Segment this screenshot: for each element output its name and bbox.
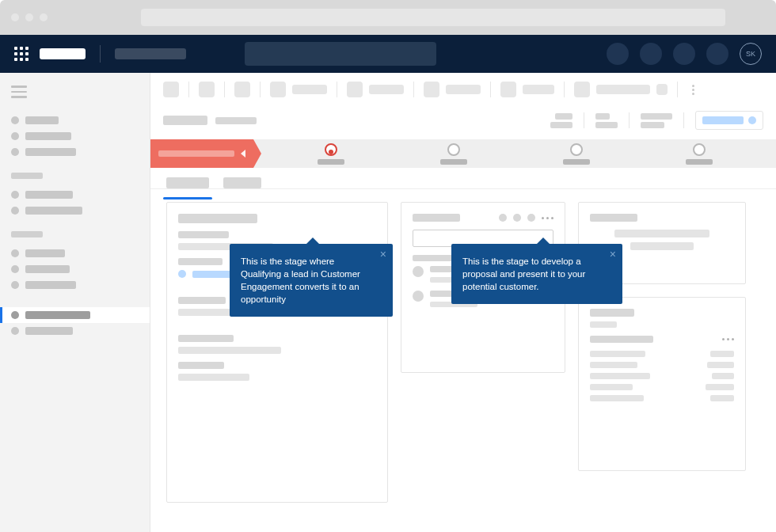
overflow-icon[interactable] [722, 338, 734, 340]
section-label [590, 336, 653, 343]
related-row[interactable] [590, 362, 734, 368]
toolbar-button[interactable] [347, 82, 363, 97]
field-value [178, 374, 249, 381]
sidebar-item-label [25, 116, 59, 124]
toolbar-button[interactable] [234, 82, 250, 97]
divider [413, 82, 414, 97]
field-label [178, 297, 226, 304]
sidebar-item-label [25, 311, 90, 319]
nav-action[interactable] [706, 43, 728, 65]
toolbar-button-label [369, 85, 404, 94]
sidebar-item-icon [11, 281, 19, 289]
toolbar-button[interactable] [424, 82, 439, 97]
sidebar-item-selected[interactable] [0, 307, 150, 323]
stage-label [318, 159, 344, 165]
related-row[interactable] [590, 384, 734, 390]
sidebar-item[interactable] [0, 112, 150, 128]
related-card [578, 297, 746, 471]
sidebar-item[interactable] [0, 128, 150, 144]
stage-current[interactable] [150, 139, 253, 168]
nav-action[interactable] [673, 43, 695, 65]
nav-area-label[interactable] [115, 48, 186, 59]
sidebar-item[interactable] [0, 277, 150, 293]
divider [629, 112, 630, 128]
field-value [178, 347, 281, 354]
related-row[interactable] [590, 373, 734, 379]
url-bar[interactable] [141, 9, 725, 26]
card-header [413, 214, 553, 222]
sidebar-item-icon [11, 132, 19, 140]
record-header [150, 106, 776, 135]
stage-step[interactable] [318, 143, 344, 165]
tab-row [150, 168, 776, 189]
sidebar-item[interactable] [0, 203, 150, 218]
close-icon[interactable]: × [610, 249, 616, 260]
divider [490, 82, 491, 97]
sidebar-item[interactable] [0, 261, 150, 277]
app-logo[interactable] [40, 48, 86, 59]
tab[interactable] [223, 177, 261, 188]
stage-current-label [158, 150, 234, 157]
card-text [630, 242, 694, 250]
card-action-icon[interactable] [499, 214, 507, 222]
timeline-item-icon [413, 291, 424, 302]
sidebar-item-label [25, 281, 76, 289]
stage-label [440, 159, 467, 165]
sidebar-item-label [25, 132, 71, 140]
sidebar-item[interactable] [0, 323, 150, 339]
close-icon[interactable]: × [380, 249, 386, 260]
card-heading [590, 309, 634, 317]
related-label [590, 373, 650, 379]
stage-step[interactable] [686, 143, 713, 165]
sidebar-item[interactable] [0, 144, 150, 160]
stage-step[interactable] [440, 143, 467, 165]
card-sub [590, 321, 617, 328]
sidebar-item[interactable] [0, 187, 150, 203]
nav-action[interactable] [607, 43, 629, 65]
toolbar-button[interactable] [199, 82, 215, 97]
top-navbar: SK [0, 35, 776, 73]
user-avatar[interactable]: SK [740, 43, 762, 65]
related-row[interactable] [590, 351, 734, 357]
nav-action[interactable] [640, 43, 662, 65]
toolbar-button[interactable] [270, 82, 286, 97]
card-action-icon[interactable] [527, 214, 535, 222]
related-row[interactable] [590, 395, 734, 401]
divider [224, 82, 225, 97]
header-action-button[interactable] [695, 111, 763, 130]
hamburger-icon[interactable] [11, 86, 27, 97]
sidebar-item-label [25, 265, 70, 273]
card-heading [413, 214, 460, 222]
divider [564, 82, 565, 97]
sidebar-section-header [11, 231, 43, 238]
stage-ring-icon [325, 143, 337, 156]
stage-ring-icon [447, 143, 460, 156]
related-label [590, 351, 645, 357]
toolbar-button[interactable] [163, 82, 179, 97]
related-value [710, 351, 734, 357]
window-dot [25, 13, 33, 21]
tab[interactable] [166, 177, 209, 188]
link-icon [178, 270, 186, 278]
global-search-input[interactable] [245, 42, 436, 66]
divider [337, 82, 337, 97]
stage-step[interactable] [563, 143, 590, 165]
record-toolbar [150, 73, 776, 106]
toolbar-button[interactable] [574, 82, 590, 97]
sidebar-item[interactable] [0, 245, 150, 261]
divider [584, 112, 584, 128]
timeline-item-icon [413, 266, 424, 277]
sidebar-item-label [25, 249, 65, 257]
sidebar-item-label [25, 148, 76, 156]
card-action-icon[interactable] [513, 214, 521, 222]
sidebar [0, 73, 150, 532]
app-launcher-icon[interactable] [14, 47, 29, 61]
related-value [707, 362, 734, 368]
toolbar-button-label [523, 85, 554, 94]
toolbar-button[interactable] [656, 84, 668, 95]
toolbar-overflow-icon[interactable] [692, 85, 694, 95]
related-value [712, 373, 734, 379]
toolbar-button[interactable] [500, 82, 516, 97]
stage-label [563, 159, 590, 165]
overflow-icon[interactable] [542, 217, 553, 219]
